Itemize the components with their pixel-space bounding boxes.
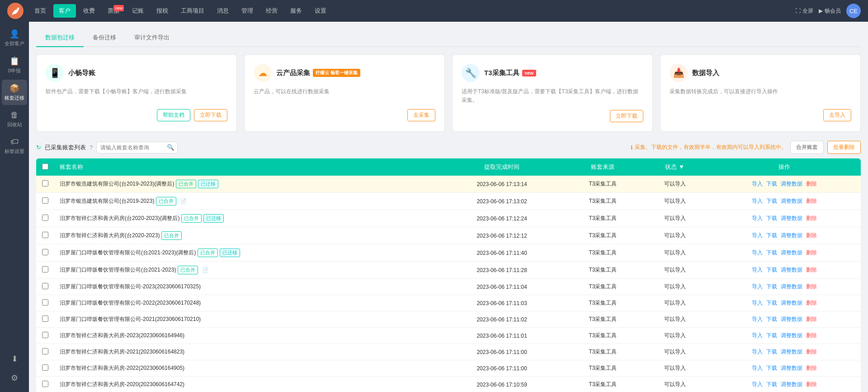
action-下载[interactable]: 下载 bbox=[766, 332, 777, 339]
action-调整数据[interactable]: 调整数据 bbox=[781, 180, 802, 188]
nav-settings[interactable]: 设置 bbox=[309, 4, 332, 18]
row-checkbox[interactable] bbox=[42, 299, 48, 306]
action-调整数据[interactable]: 调整数据 bbox=[781, 332, 802, 339]
go-collect-button[interactable]: 去采集 bbox=[407, 109, 435, 121]
row-checkbox[interactable] bbox=[42, 348, 48, 354]
action-删除[interactable]: 删除 bbox=[806, 299, 817, 307]
action-调整数据[interactable]: 调整数据 bbox=[781, 283, 802, 291]
action-下载[interactable]: 下载 bbox=[766, 180, 777, 188]
xiao-chang-download-button[interactable]: 立即下载 bbox=[194, 109, 227, 121]
action-删除[interactable]: 删除 bbox=[806, 332, 817, 339]
action-调整数据[interactable]: 调整数据 bbox=[781, 299, 802, 307]
tab-backup-migration[interactable]: 备份迁移 bbox=[84, 29, 125, 47]
action-调整数据[interactable]: 调整数据 bbox=[781, 197, 802, 205]
action-调整数据[interactable]: 调整数据 bbox=[781, 232, 802, 239]
action-删除[interactable]: 删除 bbox=[806, 266, 817, 274]
app-logo[interactable] bbox=[7, 3, 24, 19]
nav-industry[interactable]: 工商项目 bbox=[175, 4, 210, 18]
action-调整数据[interactable]: 调整数据 bbox=[781, 316, 802, 323]
row-checkbox[interactable] bbox=[42, 316, 48, 322]
row-checkbox[interactable] bbox=[42, 232, 48, 238]
nav-service[interactable]: 服务 bbox=[285, 4, 307, 18]
nav-management[interactable]: 管理 bbox=[236, 4, 259, 18]
action-删除[interactable]: 删除 bbox=[806, 215, 817, 222]
nav-message[interactable]: 消息 bbox=[212, 4, 234, 18]
action-导入[interactable]: 导入 bbox=[752, 215, 763, 222]
sidebar-item-user-settings[interactable]: ⚙ bbox=[2, 369, 27, 387]
nav-tax[interactable]: 报税 bbox=[151, 4, 174, 18]
sidebar-item-tag-settings[interactable]: 🏷 标签设置 bbox=[2, 134, 27, 158]
nav-operation[interactable]: 经营 bbox=[260, 4, 283, 18]
action-调整数据[interactable]: 调整数据 bbox=[781, 364, 802, 372]
row-checkbox[interactable] bbox=[42, 197, 48, 204]
action-导入[interactable]: 导入 bbox=[752, 249, 763, 257]
nav-home[interactable]: 首页 bbox=[29, 4, 52, 18]
fullscreen-button[interactable]: ⛶ 全屏 bbox=[795, 7, 813, 15]
action-导入[interactable]: 导入 bbox=[752, 232, 763, 239]
action-导入[interactable]: 导入 bbox=[752, 381, 763, 388]
row-checkbox[interactable] bbox=[42, 215, 48, 221]
action-调整数据[interactable]: 调整数据 bbox=[781, 215, 802, 222]
action-导入[interactable]: 导入 bbox=[752, 197, 763, 205]
action-导入[interactable]: 导入 bbox=[752, 283, 763, 291]
action-下载[interactable]: 下载 bbox=[766, 266, 777, 274]
action-删除[interactable]: 删除 bbox=[806, 249, 817, 257]
action-导入[interactable]: 导入 bbox=[752, 180, 763, 188]
sidebar-item-zero-report[interactable]: 📋 0申报 bbox=[2, 53, 27, 78]
action-调整数据[interactable]: 调整数据 bbox=[781, 381, 802, 388]
member-button[interactable]: ▶ 畅会员 bbox=[819, 7, 841, 15]
merge-account-button[interactable]: 合并账套 bbox=[790, 141, 824, 154]
user-avatar[interactable]: CE bbox=[846, 4, 861, 18]
action-下载[interactable]: 下载 bbox=[766, 215, 777, 222]
help-doc-button[interactable]: 帮助文档 bbox=[157, 109, 190, 121]
action-删除[interactable]: 删除 bbox=[806, 232, 817, 239]
nav-customer[interactable]: 客户 bbox=[53, 4, 76, 18]
action-调整数据[interactable]: 调整数据 bbox=[781, 348, 802, 356]
action-导入[interactable]: 导入 bbox=[752, 316, 763, 323]
action-下载[interactable]: 下载 bbox=[766, 249, 777, 257]
nav-accounting[interactable]: 记账 bbox=[127, 4, 149, 18]
select-all-checkbox[interactable] bbox=[42, 163, 48, 170]
action-删除[interactable]: 删除 bbox=[806, 364, 817, 372]
action-下载[interactable]: 下载 bbox=[766, 364, 777, 372]
sidebar-item-all-clients[interactable]: 👤 全部客户 bbox=[2, 25, 27, 51]
row-checkbox[interactable] bbox=[42, 364, 48, 371]
row-checkbox[interactable] bbox=[42, 283, 48, 289]
action-导入[interactable]: 导入 bbox=[752, 299, 763, 307]
action-删除[interactable]: 删除 bbox=[806, 180, 817, 188]
action-下载[interactable]: 下载 bbox=[766, 348, 777, 356]
action-导入[interactable]: 导入 bbox=[752, 266, 763, 274]
batch-delete-button[interactable]: 批量删除 bbox=[827, 141, 861, 154]
row-checkbox[interactable] bbox=[42, 180, 48, 186]
search-button[interactable]: 🔍 bbox=[167, 144, 175, 151]
row-checkbox[interactable] bbox=[42, 332, 48, 338]
action-调整数据[interactable]: 调整数据 bbox=[781, 266, 802, 274]
tab-audit-export[interactable]: 审计文件导出 bbox=[125, 29, 179, 47]
action-调整数据[interactable]: 调整数据 bbox=[781, 249, 802, 257]
sidebar-item-recycle[interactable]: 🗑 回收站 bbox=[2, 107, 27, 132]
refresh-icon[interactable]: ↻ bbox=[36, 144, 41, 151]
row-checkbox[interactable] bbox=[42, 249, 48, 255]
action-删除[interactable]: 删除 bbox=[806, 197, 817, 205]
t3-download-button[interactable]: 立即下载 bbox=[610, 110, 643, 122]
tab-data-migration[interactable]: 数据包迁移 bbox=[36, 29, 84, 47]
action-下载[interactable]: 下载 bbox=[766, 232, 777, 239]
action-下载[interactable]: 下载 bbox=[766, 197, 777, 205]
action-删除[interactable]: 删除 bbox=[806, 381, 817, 388]
help-icon[interactable]: ? bbox=[90, 144, 93, 151]
nav-invoice[interactable]: 票据 new bbox=[102, 4, 125, 18]
action-下载[interactable]: 下载 bbox=[766, 283, 777, 291]
action-导入[interactable]: 导入 bbox=[752, 364, 763, 372]
action-导入[interactable]: 导入 bbox=[752, 332, 763, 339]
action-导入[interactable]: 导入 bbox=[752, 348, 763, 356]
row-checkbox[interactable] bbox=[42, 381, 48, 387]
action-删除[interactable]: 删除 bbox=[806, 316, 817, 323]
sidebar-item-download[interactable]: ⬇ bbox=[2, 350, 27, 368]
action-删除[interactable]: 删除 bbox=[806, 283, 817, 291]
action-删除[interactable]: 删除 bbox=[806, 348, 817, 356]
go-import-button[interactable]: 去导入 bbox=[823, 109, 851, 121]
nav-payment[interactable]: 收费 bbox=[78, 4, 100, 18]
action-下载[interactable]: 下载 bbox=[766, 299, 777, 307]
row-checkbox[interactable] bbox=[42, 266, 48, 272]
search-input[interactable] bbox=[96, 142, 178, 153]
